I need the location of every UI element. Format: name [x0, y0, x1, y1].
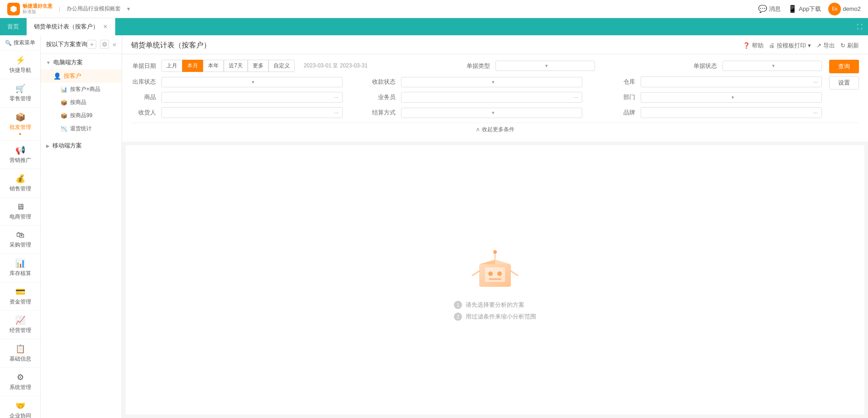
left-panel-icons: + ⚙ « [87, 40, 116, 49]
filter-row-wrap: 单据日期 上月 本月 本年 近7天 更多 自定义 2023-03-01 至 20… [131, 54, 859, 123]
quick-nav-icon: ⚡ [2, 55, 38, 65]
department-select[interactable]: ▾ [641, 92, 822, 103]
filter-row-2: 出库状态 ▾ 收款状态 ▾ [131, 76, 822, 87]
filter-row-4: 收货人 ··· 结算方式 ▾ [131, 107, 822, 118]
warehouse-select-icon[interactable]: ··· [813, 79, 818, 85]
empty-tips: 1 请先选择要分析的方案 2 用过滤条件来缩小分析范围 [454, 301, 536, 321]
export-button[interactable]: ↗ 导出 [816, 42, 835, 50]
svg-point-8 [493, 250, 497, 254]
sidebar-search[interactable]: 🔍 搜索菜单 [0, 35, 40, 51]
filter-section: 单据日期 上月 本月 本年 近7天 更多 自定义 2023-03-01 至 20… [122, 54, 868, 142]
scheme-by-product-99[interactable]: 📦 按商品99 [41, 109, 122, 122]
message-button[interactable]: 💬 消息 [758, 5, 781, 13]
out-status-select[interactable]: ▾ [161, 77, 343, 87]
scheme-by-customer-product[interactable]: 📊 按客户+商品 [41, 83, 122, 96]
doc-status-label: 单据状态 [692, 62, 717, 70]
empty-tip-2: 2 用过滤条件来缩小分析范围 [454, 313, 536, 321]
template-print-button[interactable]: 🖨 按模板打印 ▾ [769, 42, 811, 50]
salesperson-select-icon[interactable]: ··· [574, 94, 578, 100]
btn-this-month[interactable]: 本月 [182, 60, 203, 72]
doc-type-label: 单据类型 [465, 62, 490, 70]
svg-marker-1 [479, 260, 495, 264]
payment-status-select[interactable]: ▾ [401, 77, 582, 87]
date-label: 单据日期 [131, 62, 156, 70]
page-header: 销货单统计表（按客户） ❓ 帮助 🖨 按模板打印 ▾ ↗ [122, 35, 868, 54]
date-group: 上月 本月 本年 近7天 更多 自定义 [161, 60, 295, 72]
export-icon: ↗ [816, 42, 821, 49]
btn-this-year[interactable]: 本年 [203, 60, 224, 72]
sidebar-item-system[interactable]: ⚙ 系统管理 [0, 368, 40, 396]
scheme-by-product[interactable]: 📦 按商品 [41, 96, 122, 109]
settings-button[interactable]: 设置 [829, 76, 859, 90]
btn-custom[interactable]: 自定义 [269, 60, 295, 72]
sidebar-item-marketing[interactable]: 📢 营销推广 [0, 141, 40, 169]
svg-line-10 [511, 271, 518, 276]
brand-label: 品牌 [610, 109, 635, 117]
department-arrow-icon: ▾ [731, 95, 818, 100]
download-icon: 📱 [788, 5, 797, 13]
tab-sales-report[interactable]: 销货单统计表（按客户） ✕ [27, 18, 115, 35]
doc-type-arrow-icon: ▾ [545, 63, 591, 69]
scheme-return-stats[interactable]: 📉 退货统计 [41, 122, 122, 135]
btn-last-month[interactable]: 上月 [161, 60, 182, 72]
tab-close-icon[interactable]: ✕ [103, 24, 108, 30]
mobile-section-title: 移动端方案 [52, 142, 82, 150]
sidebar-item-basic[interactable]: 📋 基础信息 [0, 339, 40, 368]
app-dropdown-icon[interactable]: ▾ [127, 5, 130, 12]
brand-select-icon[interactable]: ··· [813, 109, 818, 116]
scheme-settings-button[interactable]: ⚙ [100, 40, 109, 49]
scheme-by-customer[interactable]: 👤 按客户 [41, 69, 122, 83]
desktop-schemes-header[interactable]: ▼ 电脑端方案 [41, 56, 122, 69]
settlement-arrow-icon: ▾ [492, 110, 578, 116]
consignee-input[interactable]: ··· [161, 107, 343, 118]
top-bar-left: 畅捷通好生意 标准版 | 办公用品行业模拟账套 ▾ [7, 3, 130, 15]
sidebar-item-operation[interactable]: 📈 经营管理 [0, 311, 40, 339]
sidebar-item-retail[interactable]: 🛒 零售管理 [0, 79, 40, 108]
user-menu[interactable]: Ea demo2 [828, 3, 861, 15]
warehouse-input[interactable]: ··· [641, 76, 822, 87]
svg-line-9 [472, 271, 479, 276]
mobile-schemes-header[interactable]: ▶ 移动端方案 [41, 139, 122, 152]
doc-type-select[interactable]: ▾ [495, 61, 595, 71]
mobile-schemes-section: ▶ 移动端方案 [41, 137, 122, 154]
consignee-select-icon[interactable]: ··· [334, 109, 339, 116]
empty-illustration [468, 239, 522, 294]
btn-more[interactable]: 更多 [248, 60, 269, 72]
top-bar-right: 💬 消息 📱 App下载 Ea demo2 [758, 3, 861, 15]
brand-input[interactable]: ··· [641, 107, 822, 118]
sidebar-item-wholesale[interactable]: 📦 批发管理 ▲ [0, 108, 40, 141]
sidebar-item-purchase[interactable]: 🛍 采购管理 [0, 226, 40, 254]
sidebar-item-cooperation[interactable]: 🤝 企业协同 [0, 396, 40, 418]
query-button[interactable]: 查询 [829, 60, 859, 73]
collapse-panel-button[interactable]: « [113, 41, 116, 48]
app-download-button[interactable]: 📱 App下载 [788, 5, 821, 13]
tab-expand-button[interactable]: ⛶ [851, 18, 868, 35]
salesperson-input[interactable]: ··· [401, 92, 582, 103]
settlement-select[interactable]: ▾ [401, 108, 582, 118]
query-buttons: 查询 设置 [829, 60, 859, 90]
left-panel: 按以下方案查询 + ⚙ « ▼ 电脑端方案 👤 按客户 [41, 35, 122, 418]
help-button[interactable]: ❓ 帮助 [743, 42, 764, 50]
payment-status-label: 收款状态 [371, 78, 396, 86]
tab-home[interactable]: 首页 [0, 18, 27, 35]
empty-state: 1 请先选择要分析的方案 2 用过滤条件来缩小分析范围 [126, 145, 864, 414]
sidebar-item-sales[interactable]: 💰 销售管理 [0, 169, 40, 198]
svg-point-5 [497, 271, 502, 276]
sidebar-item-ecommerce[interactable]: 🖥 电商管理 [0, 198, 40, 226]
refresh-button[interactable]: ↻ 刷新 [840, 42, 859, 50]
page-header-top: 销货单统计表（按客户） ❓ 帮助 🖨 按模板打印 ▾ ↗ [131, 41, 859, 50]
btn-last7days[interactable]: 近7天 [224, 60, 248, 72]
print-icon: 🖨 [769, 42, 775, 49]
product-select-icon[interactable]: ··· [334, 94, 339, 100]
product-icon: 📦 [61, 100, 67, 106]
sidebar-quick-nav[interactable]: ⚡ 快捷导航 [0, 51, 40, 79]
sidebar-item-inventory[interactable]: 📊 库存核算 [0, 254, 40, 282]
filter-fields: 单据日期 上月 本月 本年 近7天 更多 自定义 2023-03-01 至 20… [131, 54, 822, 123]
product-input[interactable]: ··· [161, 92, 343, 103]
collapse-bar[interactable]: ∧ 收起更多条件 [131, 123, 859, 136]
message-icon: 💬 [758, 5, 767, 13]
settlement-label: 结算方式 [371, 109, 396, 117]
add-scheme-button[interactable]: + [87, 40, 96, 49]
sidebar-item-finance[interactable]: 💳 资金管理 [0, 282, 40, 311]
doc-status-select[interactable]: ▾ [722, 61, 822, 71]
